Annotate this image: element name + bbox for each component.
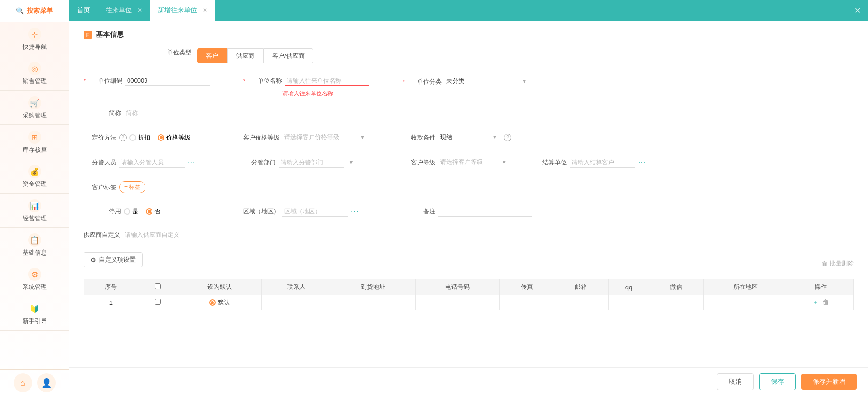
manager-input[interactable] [119,157,185,168]
manager-more-icon[interactable]: ··· [188,158,195,167]
region-more-icon[interactable]: ··· [351,207,358,216]
sidebar-home-btn[interactable]: ⌂ [14,373,32,392]
batch-delete-btn[interactable]: 🗑 批量删除 [822,259,854,268]
tab-new-partner-close[interactable]: ✕ [203,7,207,14]
payment-help-icon[interactable]: ? [504,134,511,141]
region-input[interactable] [282,206,348,217]
row-fax [500,295,554,310]
batch-delete-icon: 🗑 [822,260,828,267]
custom-settings-button[interactable]: ⚙ 自定义项设置 [84,252,143,267]
finance-icon: 💰 [28,165,41,178]
unit-category-label: 单位分类 [409,78,442,86]
name-required-star: * [243,78,245,85]
section-icon: F [84,31,92,39]
unit-code-input[interactable] [125,76,210,86]
guide-icon: 🔰 [28,302,41,315]
pricing-radio-level[interactable]: 价格等级 [158,133,190,142]
disabled-no-circle [146,208,152,215]
sidebar-search[interactable]: 🔍 搜索菜单 [0,0,69,22]
row-select-checkbox[interactable] [155,299,161,305]
department-input[interactable] [279,157,344,168]
default-radio[interactable] [209,299,216,306]
customer-price-select[interactable]: 请选择客户价格等级 ▼ [282,132,367,143]
row-delete-btn[interactable]: 🗑 [822,298,829,307]
unit-name-error: 请输入往来单位名称 [282,90,403,98]
sidebar-item-operations[interactable]: 📊 经营管理 [0,194,69,228]
cancel-button[interactable]: 取消 [717,373,754,390]
sidebar-user-btn[interactable]: 👤 [37,373,56,392]
quick-nav-icon: ⊹ [28,28,41,41]
row-qq [608,295,649,310]
unit-type-supplier-btn[interactable]: 供应商 [227,48,263,63]
col-region: 所在地区 [703,279,788,295]
sidebar-item-inventory[interactable]: ⊞ 库存核算 [0,125,69,159]
pricing-help-icon[interactable]: ? [119,134,127,141]
short-name-input[interactable] [124,108,208,118]
sidebar-item-guide[interactable]: 🔰 新手引导 [0,296,69,331]
row-no: 1 [84,295,138,310]
customer-price-arrow: ▼ [360,134,365,140]
content-area: F 基本信息 单位类型 客户 供应商 客户/供应商 * 单位编码 * [69,21,868,367]
sidebar-item-basic-info[interactable]: 📋 基础信息 [0,228,69,262]
row-actions: ＋ 🗑 [788,295,853,310]
settlement-more-icon[interactable]: ··· [638,158,646,167]
tab-new-partner[interactable]: 新增往来单位 ✕ [150,0,215,21]
code-required-star: * [84,78,86,85]
customer-price-label: 客户价格等级 [243,133,280,142]
sidebar-item-sales[interactable]: ◎ 销售管理 [0,56,69,91]
supplier-custom-group: 供应商自定义 [84,227,271,243]
col-contact: 联系人 [262,279,331,295]
supplier-custom-input[interactable] [123,230,217,240]
add-tag-button[interactable]: + 标签 [119,181,145,193]
sidebar-item-purchase[interactable]: 🛒 采购管理 [0,91,69,125]
close-all-tabs[interactable]: ✕ [847,6,868,15]
unit-type-both-btn[interactable]: 客户/供应商 [263,48,313,63]
pricing-radio-discount[interactable]: 折扣 [129,133,150,142]
remark-input[interactable] [438,206,532,217]
disabled-yes-label: 是 [132,207,138,216]
disabled-no[interactable]: 否 [146,207,160,216]
cat-required-star: * [403,78,405,85]
tab-home[interactable]: 首页 [69,0,98,21]
discount-radio-circle [129,134,136,141]
disabled-no-label: 否 [154,207,160,216]
tab-partner[interactable]: 往来单位 ✕ [98,0,150,21]
sidebar-item-finance[interactable]: 💰 资金管理 [0,159,69,194]
unit-name-input[interactable] [285,76,369,86]
select-all-checkbox[interactable] [155,283,161,289]
unit-type-customer-btn[interactable]: 客户 [197,48,227,63]
sidebar: 🔍 搜索菜单 ⊹ 快捷导航 ◎ 销售管理 🛒 采购管理 ⊞ 库存核算 💰 资金管… [0,0,69,396]
customer-level-select[interactable]: 请选择客户等级 ▼ [438,156,509,168]
table-row: 1 默认 [84,295,854,310]
disabled-label: 停用 [88,207,121,216]
customer-level-placeholder: 请选择客户等级 [440,158,500,166]
sidebar-item-system[interactable]: ⚙ 系统管理 [0,262,69,296]
tag-label: 客户标签 [84,183,116,192]
payment-terms-select[interactable]: 现结 ▼ [438,132,499,143]
tab-partner-close[interactable]: ✕ [137,7,142,14]
tab-home-label: 首页 [77,6,90,15]
settlement-input[interactable] [570,157,635,168]
pricing-row: 定价方法 ? 折扣 价格等级 客户价格等级 [84,129,854,146]
payment-terms-arrow: ▼ [492,134,497,140]
row-add-btn[interactable]: ＋ [812,298,819,307]
customer-level-label: 客户等级 [403,158,435,167]
basic-info-icon: 📋 [28,233,41,247]
unit-code-label: 单位编码 [90,77,122,85]
row-contact [262,295,331,310]
save-and-add-button[interactable]: 保存并新增 [801,374,857,390]
disabled-no-dot [148,210,151,213]
pricing-label: 定价方法 [84,133,116,142]
sidebar-item-label: 基础信息 [23,248,47,257]
disabled-group: 停用 是 否 [84,204,243,218]
unit-category-select[interactable]: 未分类 ▼ [444,76,529,87]
row-checkbox [138,295,177,310]
col-actions: 操作 [788,279,853,295]
main-area: 首页 往来单位 ✕ 新增往来单位 ✕ ✕ F 基本信息 单位类型 客户 供应商 … [69,0,868,396]
col-default: 设为默认 [177,279,262,295]
sidebar-item-quick-nav[interactable]: ⊹ 快捷导航 [0,22,69,56]
payment-terms-value: 现结 [440,133,490,141]
gear-icon: ⚙ [91,256,96,264]
disabled-yes[interactable]: 是 [124,207,138,216]
save-button[interactable]: 保存 [759,373,796,390]
